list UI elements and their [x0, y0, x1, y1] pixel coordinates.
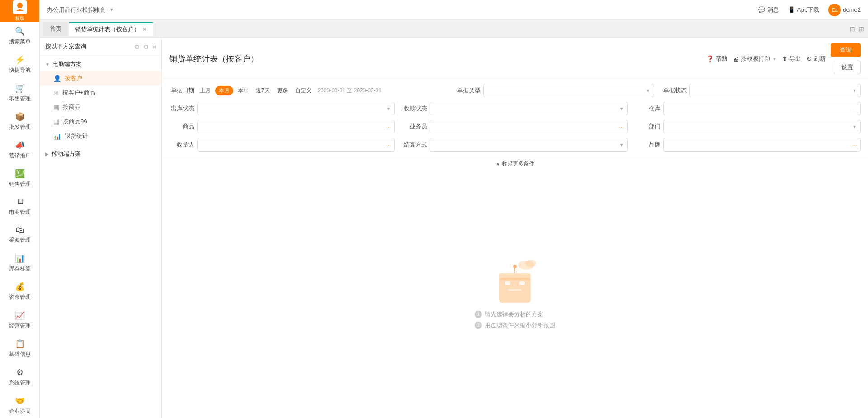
- desktop-scheme-arrow: ▼: [45, 62, 50, 67]
- date-btn-custom[interactable]: 自定义: [292, 86, 314, 95]
- top-header: 办公用品行业模拟账套 ▼ 💬 消息 📱 App下载 Ea demo2: [40, 0, 868, 20]
- goods-label: 商品: [169, 123, 194, 131]
- date-btn-this-year[interactable]: 本年: [235, 86, 251, 95]
- scheme-by-customer[interactable]: 👤 按客户: [40, 71, 161, 86]
- sidebar-item-5[interactable]: 💹销售管理: [7, 164, 33, 193]
- print-label: 按模板打印: [741, 55, 770, 63]
- scheme-customer-label: 按客户: [65, 74, 82, 82]
- sidebar-item-12[interactable]: ⚙系统管理: [7, 363, 33, 391]
- salesperson-more: ···: [619, 124, 624, 130]
- logo-label: 标版: [15, 15, 24, 22]
- salesperson-label: 业务员: [402, 123, 427, 131]
- svg-point-0: [17, 3, 23, 8]
- sidebar: 标版 🔍搜索菜单⚡快捷导航🛒零售管理📦批发管理📣营销推广💹销售管理🖥电商管理🛍采…: [0, 0, 40, 418]
- receiver-more: ···: [386, 142, 391, 148]
- settlement-input[interactable]: ▼: [430, 138, 627, 152]
- collapse-panel-icon[interactable]: «: [152, 43, 156, 50]
- mobile-scheme-header[interactable]: ▶ 移动端方案: [40, 147, 161, 161]
- sidebar-item-11[interactable]: 📋基础信息: [7, 334, 33, 363]
- export-btn[interactable]: ⬆ 导出: [782, 55, 801, 63]
- scheme-return-stat[interactable]: 📊 退货统计: [40, 129, 161, 143]
- tab-home-label: 首页: [50, 25, 61, 33]
- tab-expand-icon[interactable]: ⊞: [859, 25, 864, 33]
- filter-brand: 品牌 ···: [635, 138, 861, 152]
- header-dropdown-arrow[interactable]: ▼: [109, 7, 114, 12]
- order-type-label: 单据类型: [455, 86, 481, 95]
- receiver-input[interactable]: ···: [197, 138, 395, 152]
- sidebar-label-2: 零售管理: [9, 95, 31, 103]
- sidebar-item-9[interactable]: 💰资金管理: [7, 277, 33, 306]
- sidebar-item-10[interactable]: 📈经营管理: [7, 306, 33, 334]
- query-button[interactable]: 查询: [831, 43, 861, 57]
- out-status-input[interactable]: ▼: [197, 102, 395, 115]
- scheme-by-customer-goods[interactable]: ⊞ 按客户+商品: [40, 86, 161, 100]
- logo-image: [13, 0, 27, 14]
- tab-close-icon[interactable]: ✕: [142, 26, 147, 33]
- left-panel: 按以下方案查询 ⊕ ⊙ « ▼ 电脑端方案 👤 按客户 ⊞ 按客户+商品: [40, 38, 162, 418]
- main-area: 办公用品行业模拟账套 ▼ 💬 消息 📱 App下载 Ea demo2 首页: [40, 0, 868, 418]
- message-btn[interactable]: 💬 消息: [758, 6, 779, 14]
- brand-more: ···: [852, 142, 857, 148]
- date-btn-last-month[interactable]: 上月: [197, 86, 213, 95]
- sidebar-icon-6: 🖥: [16, 197, 24, 207]
- sidebar-label-0: 搜索菜单: [9, 38, 31, 46]
- settings-scheme-icon[interactable]: ⊙: [143, 43, 149, 50]
- print-dropdown-icon[interactable]: ▼: [772, 57, 777, 62]
- print-btn[interactable]: 🖨 按模板打印 ▼: [733, 55, 777, 63]
- tab-home[interactable]: 首页: [43, 22, 68, 36]
- sidebar-icon-9: 💰: [15, 282, 25, 292]
- salesperson-input[interactable]: ···: [430, 120, 627, 133]
- order-status-input[interactable]: ▼: [689, 84, 861, 97]
- sidebar-item-3[interactable]: 📦批发管理: [7, 107, 33, 136]
- sidebar-label-11: 基础信息: [9, 351, 31, 358]
- sidebar-item-0[interactable]: 🔍搜索菜单: [7, 22, 33, 50]
- scheme-goods-icon: ▦: [53, 104, 59, 111]
- page-header: 销货单统计表（按客户） ❓ 帮助 🖨 按模板打印 ▼ ⬆ 导出: [162, 38, 868, 78]
- sidebar-icon-13: 🤝: [15, 396, 25, 406]
- sidebar-item-7[interactable]: 🛍采购管理: [7, 221, 33, 249]
- add-scheme-icon[interactable]: ⊕: [134, 43, 140, 50]
- date-shortcuts: 上月 本月 本年 近7天 更多 自定义 2023-03-01 至 2023-03…: [197, 86, 382, 95]
- sidebar-item-6[interactable]: 🖥电商管理: [7, 193, 33, 221]
- sidebar-icon-0: 🔍: [15, 26, 25, 36]
- empty-illustration: [488, 260, 542, 305]
- payment-status-input[interactable]: ▼: [430, 102, 627, 115]
- filter-payment-status: 收款状态 ▼: [402, 102, 627, 115]
- sidebar-label-8: 库存核算: [9, 265, 31, 273]
- brand-input[interactable]: ···: [663, 138, 861, 152]
- sidebar-item-4[interactable]: 📣营销推广: [7, 136, 33, 164]
- department-label: 部门: [635, 123, 660, 131]
- date-btn-7days[interactable]: 近7天: [253, 86, 273, 95]
- tab-minimize-icon[interactable]: ⊟: [850, 25, 855, 33]
- tab-sales-stat[interactable]: 销货单统计表（按客户） ✕: [69, 22, 153, 36]
- scheme-by-goods[interactable]: ▦ 按商品: [40, 100, 161, 114]
- sidebar-item-2[interactable]: 🛒零售管理: [7, 79, 33, 107]
- export-icon: ⬆: [782, 55, 788, 62]
- collapse-bar[interactable]: ∧ 收起更多条件: [162, 157, 868, 171]
- desktop-scheme-header[interactable]: ▼ 电脑端方案: [40, 57, 161, 71]
- svg-point-2: [525, 260, 536, 267]
- sidebar-item-13[interactable]: 🤝企业协同: [7, 391, 33, 418]
- warehouse-label: 仓库: [635, 104, 660, 113]
- setting-button[interactable]: 设置: [834, 61, 861, 74]
- date-btn-this-month[interactable]: 本月: [215, 86, 233, 95]
- scheme-customer-icon: 👤: [53, 75, 61, 82]
- user-menu[interactable]: Ea demo2: [828, 4, 861, 16]
- sidebar-item-8[interactable]: 📊库存核算: [7, 249, 33, 277]
- export-label: 导出: [789, 55, 801, 63]
- content-area: 按以下方案查询 ⊕ ⊙ « ▼ 电脑端方案 👤 按客户 ⊞ 按客户+商品: [40, 38, 868, 418]
- scheme-goods99-icon: ▦: [53, 118, 59, 125]
- goods-input[interactable]: ···: [197, 120, 395, 133]
- app-download-btn[interactable]: 📱 App下载: [788, 6, 819, 14]
- sidebar-item-1[interactable]: ⚡快捷导航: [7, 50, 33, 79]
- order-type-input[interactable]: ▼: [483, 84, 655, 97]
- department-input[interactable]: ▼: [663, 120, 861, 133]
- date-btn-more[interactable]: 更多: [274, 86, 291, 95]
- filter-area: 单据日期 上月 本月 本年 近7天 更多 自定义 2023-03-01 至 20…: [162, 78, 868, 157]
- help-btn[interactable]: ❓ 帮助: [706, 55, 727, 63]
- scheme-by-goods99[interactable]: ▦ 按商品99: [40, 114, 161, 129]
- warehouse-input[interactable]: ···: [663, 102, 861, 115]
- mobile-scheme-section: ▶ 移动端方案: [40, 145, 161, 162]
- refresh-btn[interactable]: ↻ 刷新: [807, 55, 826, 63]
- filter-warehouse: 仓库 ···: [635, 102, 861, 115]
